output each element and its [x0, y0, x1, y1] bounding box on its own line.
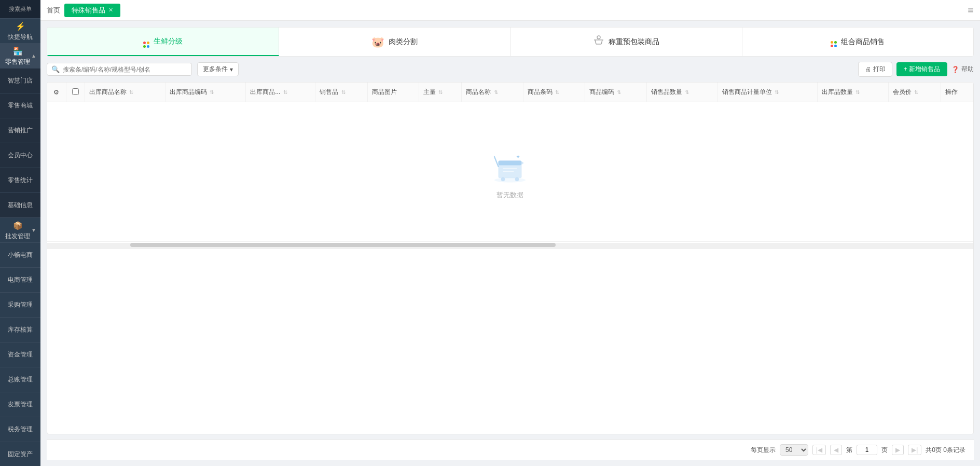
- box-icon: 📦: [13, 220, 23, 231]
- sidebar-item-finance[interactable]: 资金管理: [0, 342, 40, 367]
- col-settings[interactable]: ⚙: [47, 83, 66, 102]
- add-sales-item-button[interactable]: + 新增销售品: [896, 62, 947, 76]
- active-tab[interactable]: 特殊销售品 ✕: [64, 4, 120, 17]
- tab-meat-cut-label: 肉类分割: [389, 37, 418, 47]
- first-page-button[interactable]: |◀: [812, 445, 826, 455]
- tab-fresh-grade[interactable]: 生鲜分级: [47, 28, 279, 56]
- sidebar-item-fixed-assets[interactable]: 固定资产: [0, 442, 40, 466]
- help-button[interactable]: ❓ 帮助: [951, 65, 974, 74]
- sidebar-item-retail-mgmt[interactable]: 🏪 零售管理 ▲: [0, 44, 40, 68]
- col-member-price[interactable]: 会员价 ⇅: [888, 83, 941, 102]
- tab-close-icon[interactable]: ✕: [108, 7, 113, 13]
- horizontal-scrollbar[interactable]: [47, 243, 973, 249]
- svg-point-5: [494, 178, 526, 183]
- sort-arrows-icon: ⇅: [855, 89, 860, 95]
- filter-button[interactable]: 更多条件 ▾: [197, 62, 239, 76]
- sidebar-item-smart-store[interactable]: 智慧门店: [0, 68, 40, 93]
- svg-line-3: [601, 40, 602, 44]
- prev-page-button[interactable]: ◀: [830, 445, 842, 455]
- svg-point-0: [597, 36, 600, 39]
- col-out-spec[interactable]: 出库商品... ⇅: [246, 83, 315, 102]
- add-button-label: + 新增销售品: [904, 65, 940, 74]
- main-content: 首页 特殊销售品 ✕ ≡ 生鲜分级: [40, 0, 980, 466]
- svg-line-2: [595, 40, 596, 44]
- search-input[interactable]: [63, 66, 187, 73]
- sort-arrows-icon: ⇅: [341, 89, 346, 95]
- help-label: 帮助: [961, 65, 974, 74]
- table-header-row: ⚙ 出库商品名称 ⇅ 出库商品编码 ⇅: [47, 83, 973, 102]
- sidebar-item-quick-nav[interactable]: ⚡ 快捷导航: [0, 19, 40, 44]
- data-table: ⚙ 出库商品名称 ⇅ 出库商品编码 ⇅: [47, 83, 973, 242]
- tab-weight-pack[interactable]: 称重预包装商品: [510, 28, 742, 56]
- col-weight[interactable]: 主量 ⇅: [419, 83, 461, 102]
- select-all-checkbox[interactable]: [72, 88, 79, 95]
- col-product-img: 商品图片: [368, 83, 419, 102]
- sidebar-item-general-ledger[interactable]: 总账管理: [0, 367, 40, 392]
- print-button[interactable]: 🖨 打印: [858, 62, 892, 77]
- sort-arrows-icon: ⇅: [210, 89, 214, 95]
- sidebar-item-ecom-mgmt[interactable]: 电商管理: [0, 268, 40, 293]
- tab-meat-cut[interactable]: 🐷 肉类分割: [279, 28, 511, 56]
- col-out-code[interactable]: 出库商品编码 ⇅: [165, 83, 245, 102]
- col-product-name[interactable]: 商品名称 ⇅: [462, 83, 523, 102]
- filter-label: 更多条件: [203, 65, 228, 74]
- sidebar-item-purchase-mgmt[interactable]: 采购管理: [0, 293, 40, 318]
- search-icon: 🔍: [51, 65, 60, 73]
- toggle-icon[interactable]: ≡: [968, 4, 974, 16]
- sidebar-item-invoice-mgmt[interactable]: 发票管理: [0, 392, 40, 417]
- page-number-input[interactable]: [857, 445, 877, 455]
- help-icon: ❓: [951, 66, 959, 73]
- topbar: 首页 特殊销售品 ✕ ≡: [40, 0, 980, 21]
- sort-arrows-icon: ⇅: [283, 89, 287, 95]
- tab-combo-sales[interactable]: 组合商品销售: [742, 28, 974, 56]
- sidebar-item-wholesale-mgmt[interactable]: 📦 批发管理 ▼: [0, 218, 40, 243]
- empty-state-icon: ✦ ✦: [487, 144, 533, 185]
- scrollbar-thumb[interactable]: [130, 243, 556, 247]
- sidebar-item-label: 电商管理: [8, 276, 33, 284]
- sidebar-item-inventory[interactable]: 库存核算: [0, 318, 40, 342]
- svg-point-8: [501, 177, 505, 182]
- category-tabs: 生鲜分级 🐷 肉类分割 称重预包装商品: [47, 27, 974, 57]
- per-page-select[interactable]: 10 20 50 100: [780, 444, 808, 456]
- sidebar-item-label: 会员中心: [8, 151, 33, 160]
- flash-icon: ⚡: [16, 21, 25, 32]
- col-out-name[interactable]: 出库商品名称 ⇅: [85, 83, 165, 102]
- col-sales-qty[interactable]: 销售品数量 ⇅: [646, 83, 717, 102]
- toolbar-right: 🖨 打印 + 新增销售品 ❓ 帮助: [858, 62, 974, 77]
- topbar-right: ≡: [968, 4, 974, 16]
- svg-rect-7: [499, 161, 522, 166]
- next-page-button[interactable]: ▶: [892, 445, 904, 455]
- col-checkbox[interactable]: [66, 83, 85, 102]
- sidebar-item-member-center[interactable]: 会员中心: [0, 143, 40, 168]
- sidebar-item-label: 固定资产: [8, 450, 33, 459]
- table-body: ✦ ✦ 暂无数据: [47, 102, 973, 242]
- search-box[interactable]: 🔍: [47, 63, 192, 76]
- col-product-barcode[interactable]: 商品条码 ⇅: [523, 83, 585, 102]
- col-sales-item[interactable]: 销售品 ⇅: [315, 83, 368, 102]
- sidebar-item-label: 库存核算: [8, 325, 33, 334]
- col-out-qty[interactable]: 出库品数量 ⇅: [817, 83, 888, 102]
- toolbar: 🔍 更多条件 ▾ 🖨 打印 + 新增销售品 ❓ 帮助: [47, 62, 974, 77]
- chevron-down-icon: ▼: [31, 227, 36, 234]
- sort-arrows-icon: ⇅: [617, 89, 621, 95]
- sidebar-item-retail-stats[interactable]: 零售统计: [0, 168, 40, 193]
- sidebar-item-basic-info[interactable]: 基础信息: [0, 193, 40, 218]
- page-unit-label: 页: [881, 446, 888, 455]
- scale-icon: [593, 35, 604, 49]
- col-sales-unit[interactable]: 销售商品计量单位 ⇅: [718, 83, 818, 102]
- sidebar-item-mini-ecom[interactable]: 小畅电商: [0, 243, 40, 268]
- pagination: 每页显示 10 20 50 100 |◀ ◀ 第 页 ▶ ▶| 共0页 0条记录: [47, 440, 974, 460]
- sidebar-item-tax-mgmt[interactable]: 税务管理: [0, 417, 40, 442]
- last-page-button[interactable]: ▶|: [908, 445, 921, 455]
- sidebar: 搜索菜单 ⚡ 快捷导航 🏪 零售管理 ▲ 智慧门店 零售商城 营销推广 会员中心…: [0, 0, 40, 466]
- sidebar-logo[interactable]: 搜索菜单: [0, 0, 40, 19]
- col-product-code[interactable]: 商品编码 ⇅: [585, 83, 647, 102]
- empty-text: 暂无数据: [496, 190, 523, 200]
- sidebar-item-label: 小畅电商: [8, 251, 33, 259]
- sidebar-item-label: 采购管理: [8, 300, 33, 309]
- sidebar-item-sales-promo[interactable]: 营销推广: [0, 118, 40, 143]
- svg-text:✦: ✦: [521, 161, 524, 166]
- home-link[interactable]: 首页: [47, 6, 60, 15]
- fresh-grade-icon: [143, 35, 149, 48]
- sidebar-item-retail-mall[interactable]: 零售商城: [0, 93, 40, 118]
